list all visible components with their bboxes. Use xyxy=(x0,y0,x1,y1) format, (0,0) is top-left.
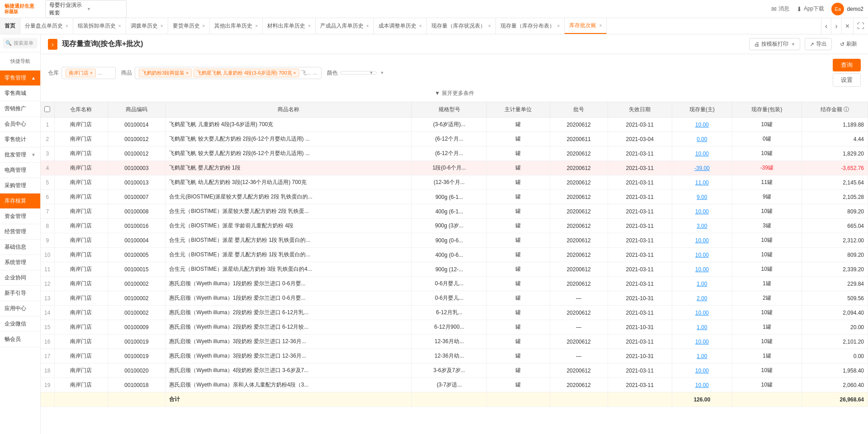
cell-name: 惠氏启颈（Wyeth illuma）3段奶粉 爱尔兰进口 12-36月... xyxy=(165,335,412,349)
tab-close-8[interactable]: × xyxy=(419,24,422,28)
tab-qita[interactable]: 其他出库单历史 × xyxy=(210,18,263,34)
cell-name: 飞鹤星飞帆 婴儿配方奶粉 1段 xyxy=(165,161,412,175)
product-tag-1-close[interactable]: × xyxy=(186,71,189,75)
tab-close-9[interactable]: × xyxy=(488,24,491,28)
tab-close-1[interactable]: × xyxy=(66,24,68,28)
tab-close-2[interactable]: × xyxy=(118,24,121,28)
sidebar-item-appcenter[interactable]: 应用中心 xyxy=(0,301,40,316)
cell-no: 16 xyxy=(41,335,54,349)
cell-unit: 罐 xyxy=(486,146,550,161)
content-area: › 现存量查询(按仓库+批次) 🖨 按模板打印 ▼ ↗ 导出 ↺ 刷新 xyxy=(41,34,868,434)
search-menu-box[interactable]: 🔍 搜索菜单 xyxy=(3,38,38,48)
tab-chengben[interactable]: 成本调整单历史 × xyxy=(374,18,427,34)
cell-no: 12 xyxy=(41,277,54,291)
tab-close-10[interactable]: × xyxy=(557,24,560,28)
cell-qty-main: 1.00 xyxy=(672,320,732,335)
cell-qty-pkg: 10罐 xyxy=(732,146,802,161)
sidebar-item-ecom[interactable]: 电商管理 xyxy=(0,163,40,178)
sidebar-item-basic[interactable]: 基础信息 xyxy=(0,240,40,255)
quick-nav-btn[interactable]: 快捷导航 xyxy=(0,55,40,67)
refresh-btn[interactable]: ↺ 刷新 xyxy=(836,38,861,50)
cell-batch: 20200612 xyxy=(550,363,608,378)
tab-close-6[interactable]: × xyxy=(308,24,311,28)
tab-close-4[interactable]: × xyxy=(203,24,205,28)
cell-code: 00100015 xyxy=(108,262,165,277)
tab-chanpin[interactable]: 产成品入库单历史 × xyxy=(316,18,374,34)
tab-close-current[interactable]: × xyxy=(841,18,853,34)
product-filter: 商品 飞鹤奶粉3段两提装 × 飞鹤星飞帆 儿童奶粉 4段(3-6岁适用) 700… xyxy=(121,67,321,79)
tab-xiancun2[interactable]: 现存量（库存分布表） × xyxy=(496,18,565,34)
cell-warehouse: 南岸门店 xyxy=(54,349,108,363)
cell-code: 00100019 xyxy=(108,335,165,349)
sidebar-item-retail-shop[interactable]: 零售商城 xyxy=(0,86,40,101)
cell-qty-pkg: 11罐 xyxy=(732,175,802,190)
message-btn[interactable]: ✉ 消息 xyxy=(771,5,789,13)
sidebar-item-marketing[interactable]: 营销推广 xyxy=(0,101,40,116)
tab-scroll-right[interactable]: › xyxy=(831,18,841,34)
sidebar-item-finance[interactable]: 资金管理 xyxy=(0,209,40,224)
tab-close-3[interactable]: × xyxy=(160,24,163,28)
tab-xiancun1[interactable]: 现存量（库存状况表） × xyxy=(427,18,496,34)
cell-name: 合生元（BIOSTIME）派星 婴儿配方奶粉 1段 乳铁蛋白的... xyxy=(165,248,412,262)
sidebar-item-ops[interactable]: 经营管理 xyxy=(0,224,40,239)
sidebar-item-changhui[interactable]: 畅会员 xyxy=(0,332,40,347)
warehouse-tag-container[interactable]: 南岸门店 × ... xyxy=(61,67,116,79)
sidebar-expand-btn[interactable]: › xyxy=(48,39,57,50)
table-row: 19 南岸门店 00100018 惠氏启颈（Wyeth illuma）亲和人体儿… xyxy=(41,378,868,392)
tab-home[interactable]: 首页 xyxy=(0,18,20,34)
cell-batch: 20200612 xyxy=(550,248,608,262)
tab-yaoh[interactable]: 要货单历史 × xyxy=(168,18,210,34)
sidebar-item-retail-stats[interactable]: 零售统计 xyxy=(0,132,40,147)
sidebar-item-purchase[interactable]: 采购管理 xyxy=(0,178,40,193)
sidebar-item-retail-mgmt[interactable]: 零售管理 ▲ xyxy=(0,71,40,85)
cell-amount: 2,312.00 xyxy=(802,233,868,248)
cell-name: 飞鹤星飞帆 较大婴儿配方奶粉 2段(6-12个月婴幼儿适用) ... xyxy=(165,146,412,161)
cell-batch: 20200612 xyxy=(550,233,608,248)
query-btn[interactable]: 查询 xyxy=(833,59,861,71)
cell-code: 00100008 xyxy=(108,204,165,219)
print-icon: 🖨 xyxy=(754,41,760,47)
sidebar-item-system[interactable]: 系统管理 xyxy=(0,255,40,270)
print-btn[interactable]: 🖨 按模板打印 ▼ xyxy=(749,38,800,50)
color-dropdown[interactable] xyxy=(340,71,377,75)
app-download-btn[interactable]: ⬇ App下载 xyxy=(797,5,824,13)
sidebar-item-inventory[interactable]: 库存核算 xyxy=(0,193,40,208)
company-selector[interactable]: 母婴行业演示账套 ▼ xyxy=(45,0,127,18)
expand-btn[interactable]: ▼ 展开更多条件 xyxy=(434,90,474,96)
total-empty-7 xyxy=(608,392,672,407)
tab-kucun-active[interactable]: 库存批次账 × xyxy=(565,18,607,34)
export-btn[interactable]: ↗ 导出 xyxy=(805,38,832,50)
tab-diaob[interactable]: 调拨单历史 × xyxy=(126,18,168,34)
cell-batch: 20200612 xyxy=(550,378,608,392)
tab-zuhe[interactable]: 组装拆卸单历史 × xyxy=(73,18,126,34)
sidebar-item-wechat[interactable]: 企业微信 xyxy=(0,316,40,331)
setting-btn[interactable]: 设置 xyxy=(833,73,861,87)
user-area[interactable]: Ea demo2 xyxy=(831,3,863,15)
product-tag-2-close[interactable]: × xyxy=(293,71,296,75)
cell-qty-pkg: 1罐 xyxy=(732,277,802,291)
product-tag-container[interactable]: 飞鹤奶粉3段两提装 × 飞鹤星飞帆 儿童奶粉 4段(3-6岁适用) 700克 ×… xyxy=(135,67,321,79)
cell-qty-main: 10.00 xyxy=(672,118,732,132)
cell-batch: — xyxy=(550,291,608,306)
tab-close-5[interactable]: × xyxy=(255,24,258,28)
select-all-checkbox[interactable] xyxy=(44,106,50,112)
cell-qty-main: 10.00 xyxy=(672,204,732,219)
sidebar-item-guide[interactable]: 新手引导 xyxy=(0,286,40,301)
cell-amount: 665.04 xyxy=(802,219,868,233)
cell-name: 合生元(BIOSTIME)派星较大婴儿配方奶粉 2段 乳铁蛋白的... xyxy=(165,190,412,204)
tab-fenpan[interactable]: 分量盘点单历史 × xyxy=(20,18,73,34)
warehouse-tag-close[interactable]: × xyxy=(90,71,93,75)
tab-cailiao[interactable]: 材料出库单历史 × xyxy=(263,18,316,34)
cell-name: 合生元（BIOSTIME）派星 婴儿配方奶粉 1段 乳铁蛋白的... xyxy=(165,233,412,248)
tab-close-7[interactable]: × xyxy=(366,24,369,28)
cell-code: 00100004 xyxy=(108,233,165,248)
color-filter-dropdown-icon[interactable]: ▼ xyxy=(380,71,384,75)
tab-scroll-left[interactable]: ‹ xyxy=(821,18,831,34)
sidebar-item-member[interactable]: 会员中心 xyxy=(0,117,40,132)
tab-close-11[interactable]: × xyxy=(599,23,602,28)
sidebar-item-collab[interactable]: 企业协同 xyxy=(0,270,40,285)
col-batch: 批号 xyxy=(550,102,608,118)
sidebar-section-wechat: 企业微信 xyxy=(0,316,40,332)
sidebar-item-wholesale[interactable]: 批发管理 ▼ xyxy=(0,147,40,162)
tab-fullscreen[interactable]: ⛶ xyxy=(853,18,868,34)
